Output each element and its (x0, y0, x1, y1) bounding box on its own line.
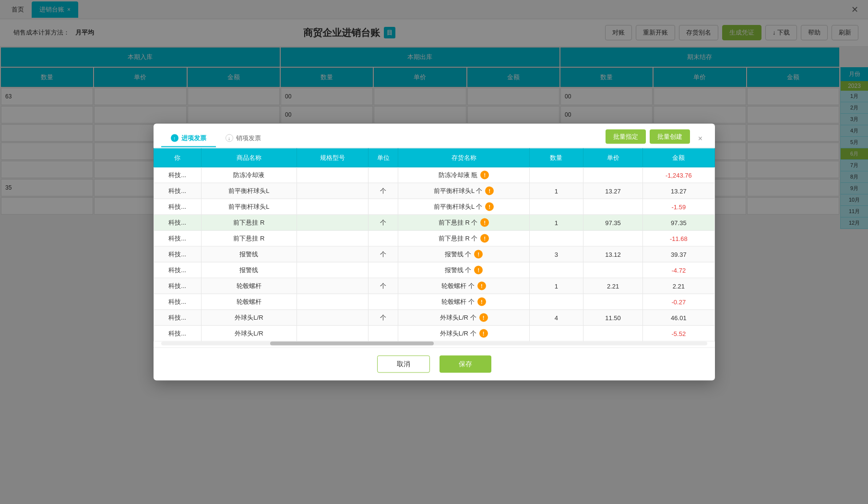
inventory-name-text: 前下悬挂 R 个 (439, 219, 478, 226)
invoice-modal: ↑ 进项发票 ↓ 销项发票 批量指定 批量创建 × 你 商品名称 规格型号 单位… (154, 124, 715, 381)
inventory-name-text: 报警线 个 (445, 266, 472, 274)
table-cell: 个 (369, 246, 398, 262)
batch-create-button[interactable]: 批量创建 (650, 130, 690, 144)
table-cell: 报警线 (201, 246, 297, 262)
table-cell: 科技... (154, 215, 201, 230)
modal-tabs: ↑ 进项发票 ↓ 销项发票 (161, 130, 271, 147)
table-cell (297, 183, 368, 199)
tab-in-invoice[interactable]: ↑ 进项发票 (161, 130, 216, 147)
table-cell (529, 294, 583, 310)
table-cell (583, 230, 642, 246)
inventory-name-text: 报警线 个 (445, 251, 472, 258)
modal-scrollbar[interactable] (161, 342, 707, 346)
table-row: 科技...外球头L/R个外球头L/R 个!411.5046.01 (154, 310, 714, 325)
table-row: 科技...报警线个报警线 个!313.1239.37 (154, 246, 714, 262)
tab-in-icon: ↑ (171, 134, 178, 142)
table-cell: 科技... (154, 310, 201, 325)
table-cell: 97.35 (643, 215, 714, 230)
table-cell: 前平衡杆球头L (201, 183, 297, 199)
table-cell: 科技... (154, 278, 201, 294)
table-cell (297, 167, 368, 183)
table-cell: -11.68 (643, 230, 714, 246)
table-cell (583, 262, 642, 278)
inventory-name-text: 前平衡杆球头L 个 (434, 203, 482, 210)
modal-scrollbar-thumb (270, 342, 434, 346)
warning-icon: ! (480, 234, 489, 243)
data-table: 你 商品名称 规格型号 单位 存货名称 数量 单价 金额 科技...防冻冷却液防… (154, 148, 715, 342)
table-cell: 前平衡杆球头L (201, 199, 297, 215)
table-cell: 报警线 个! (398, 246, 530, 262)
table-row: 科技...外球头L/R外球头L/R 个!-5.52 (154, 325, 714, 341)
inventory-name-text: 外球头L/R 个 (440, 330, 476, 337)
table-cell: 防冻冷却液 瓶! (398, 167, 530, 183)
table-cell (529, 199, 583, 215)
modal-close-button[interactable]: × (694, 132, 707, 145)
table-cell: -5.52 (643, 325, 714, 341)
table-cell: 1 (529, 183, 583, 199)
col-spec: 规格型号 (297, 148, 368, 167)
table-cell (583, 167, 642, 183)
table-cell: -4.72 (643, 262, 714, 278)
col-source: 你 (154, 148, 201, 167)
table-cell: 13.27 (643, 183, 714, 199)
table-cell: 科技... (154, 183, 201, 199)
table-cell (529, 167, 583, 183)
table-row: 科技...报警线报警线 个!-4.72 (154, 262, 714, 278)
cancel-button[interactable]: 取消 (377, 356, 430, 373)
warning-icon: ! (474, 266, 483, 275)
table-cell (369, 199, 398, 215)
table-cell: 报警线 个! (398, 262, 530, 278)
table-cell: 1 (529, 215, 583, 230)
table-cell: 39.37 (643, 246, 714, 262)
inventory-name-text: 轮毂螺杆 个 (441, 298, 475, 305)
table-cell: 前下悬挂 R (201, 230, 297, 246)
table-cell: 外球头L/R 个! (398, 325, 530, 341)
table-cell: 轮毂螺杆 (201, 294, 297, 310)
table-cell (297, 199, 368, 215)
table-cell: 个 (369, 183, 398, 199)
inventory-name-text: 前平衡杆球头L 个 (434, 187, 482, 194)
table-cell (583, 199, 642, 215)
table-cell: 46.01 (643, 310, 714, 325)
table-cell: 前平衡杆球头L 个! (398, 199, 530, 215)
table-cell: 13.27 (583, 183, 642, 199)
table-row: 科技...轮毂螺杆个轮毂螺杆 个!12.212.21 (154, 278, 714, 294)
table-cell (369, 325, 398, 341)
table-cell: 报警线 (201, 262, 297, 278)
table-cell (529, 325, 583, 341)
table-cell (297, 325, 368, 341)
table-cell (297, 215, 368, 230)
warning-icon: ! (485, 187, 494, 195)
table-cell: 11.50 (583, 310, 642, 325)
table-cell (297, 230, 368, 246)
table-cell (297, 294, 368, 310)
col-inventory-name: 存货名称 (398, 148, 530, 167)
col-unit: 单位 (369, 148, 398, 167)
table-cell: 轮毂螺杆 (201, 278, 297, 294)
inventory-name-text: 前下悬挂 R 个 (439, 235, 478, 242)
col-amount: 金额 (643, 148, 714, 167)
warning-icon: ! (480, 218, 489, 227)
table-cell: 2.21 (643, 278, 714, 294)
tab-out-invoice[interactable]: ↓ 销项发票 (216, 130, 271, 147)
batch-assign-button[interactable]: 批量指定 (606, 130, 646, 144)
table-cell: 外球头L/R (201, 310, 297, 325)
table-cell: 前下悬挂 R (201, 215, 297, 230)
table-cell: 2.21 (583, 278, 642, 294)
table-cell (369, 230, 398, 246)
table-cell: 科技... (154, 262, 201, 278)
tab-out-icon: ↓ (226, 134, 233, 142)
table-cell: 外球头L/R (201, 325, 297, 341)
table-row: 科技...防冻冷却液防冻冷却液 瓶!-1,243.76 (154, 167, 714, 183)
table-cell: 前平衡杆球头L 个! (398, 183, 530, 199)
table-cell (369, 294, 398, 310)
inventory-name-text: 轮毂螺杆 个 (441, 282, 475, 289)
table-cell: 科技... (154, 230, 201, 246)
table-cell (297, 246, 368, 262)
warning-icon: ! (485, 203, 494, 211)
table-cell: 外球头L/R 个! (398, 310, 530, 325)
table-cell (297, 310, 368, 325)
save-button[interactable]: 保存 (440, 356, 491, 373)
table-cell (529, 230, 583, 246)
table-cell: 轮毂螺杆 个! (398, 294, 530, 310)
